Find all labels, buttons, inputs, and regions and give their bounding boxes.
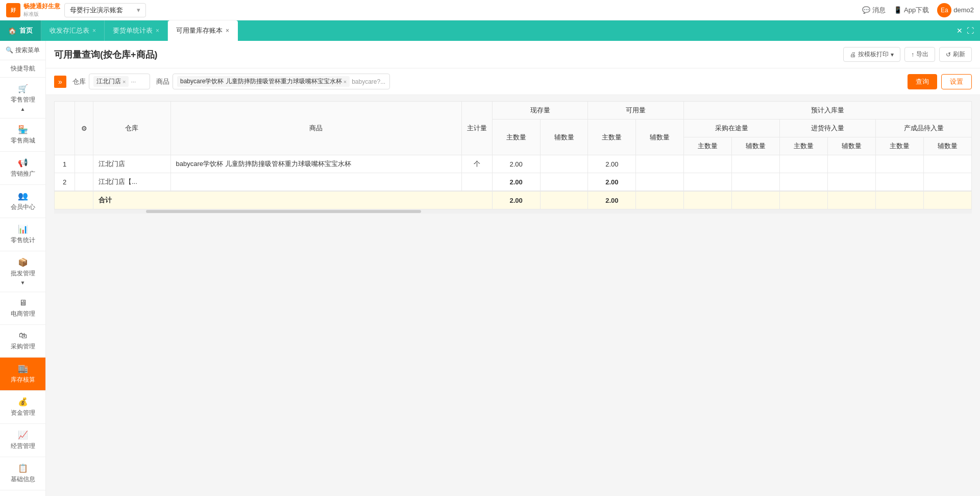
sidebar-item-inventory[interactable]: 🏬 库存核算 — [0, 358, 45, 391]
product-tag-1: babycare学饮杯 儿童防摔防撞吸管杯重力球吸嘴杯宝宝水杯 × — [177, 76, 350, 87]
retail-icon: 🛒 — [18, 84, 28, 93]
tab-orders[interactable]: 要货单统计表 × — [105, 20, 168, 41]
content-area: 可用量查询(按仓库+商品) 🖨 按模板打印 ▾ ↑ 导出 ↺ 刷新 — [46, 41, 980, 496]
expand-icon[interactable]: ⛶ — [967, 27, 974, 35]
industry-selector[interactable]: 母婴行业演示账套 ▾ — [64, 3, 146, 17]
cell-purchase-main-1 — [684, 155, 732, 173]
dropdown-arrow: ▾ — [891, 51, 894, 58]
product-filter: 商品 babycare学饮杯 儿童防摔防撞吸管杯重力球吸嘴杯宝宝水杯 × bab… — [156, 74, 390, 89]
sidebar-item-wholesale[interactable]: 📦 批发管理 ▼ — [0, 251, 45, 292]
message-button[interactable]: 💬 消息 — [862, 6, 886, 15]
cell-gear-1 — [75, 155, 93, 173]
warehouse-more[interactable]: ··· — [131, 78, 136, 85]
sidebar-item-marketing[interactable]: 📢 营销推广 — [0, 152, 45, 185]
tab-close-orders[interactable]: × — [156, 27, 159, 34]
arrow-icon-2: ▼ — [20, 280, 26, 286]
cell-purchase-aux-1 — [732, 155, 780, 173]
total-production-main — [876, 191, 924, 209]
data-table: ⚙ 仓库 商品 主计量 现存量 可用量 预计入库量 主数量 辅数量 主数量 辅数… — [54, 101, 972, 209]
user-menu[interactable]: Ea demo2 — [937, 3, 974, 17]
table-row: 1 江北门店 babycare学饮杯 儿童防摔防撞吸管杯重力球吸嘴杯宝宝水杯 个… — [55, 155, 972, 173]
gear-icon[interactable]: ⚙ — [81, 125, 87, 132]
th-production-group: 产成品待入量 — [876, 120, 972, 137]
table-scroll-thumb[interactable] — [146, 210, 421, 213]
sidebar-item-finance[interactable]: 💰 资金管理 — [0, 391, 45, 424]
th-purchase-main: 主数量 — [684, 137, 732, 155]
finance-icon: 💰 — [18, 397, 28, 407]
cell-production-aux-2 — [923, 173, 971, 192]
sidebar-item-retail[interactable]: 🛒 零售管理 ▲ — [0, 78, 45, 119]
total-incoming-main — [780, 191, 828, 209]
tab-close-receipts[interactable]: × — [92, 27, 96, 34]
avatar: Ea — [937, 3, 951, 17]
cell-available-aux-2 — [636, 173, 684, 192]
dropdown-icon: ▾ — [137, 6, 140, 14]
th-stock-group: 现存量 — [492, 102, 588, 120]
total-available-aux — [636, 191, 684, 209]
tab-close-available[interactable]: × — [226, 27, 229, 34]
page-actions: 🖨 按模板打印 ▾ ↑ 导出 ↺ 刷新 — [843, 47, 972, 62]
purchase-icon: 🛍 — [19, 331, 27, 340]
sidebar-item-retail-stats[interactable]: 📊 零售统计 — [0, 218, 45, 251]
total-purchase-aux — [732, 191, 780, 209]
filter-bar: » 仓库 江北门店 × ··· 商品 babycare学饮杯 儿童防摔防撞吸管杯… — [46, 68, 980, 95]
th-stock-main: 主数量 — [492, 120, 540, 155]
close-tab-icon[interactable]: ✕ — [957, 27, 963, 35]
th-unit: 主计量 — [461, 102, 492, 155]
refresh-button[interactable]: ↺ 刷新 — [939, 47, 972, 62]
home-icon: 🏠 — [8, 27, 16, 35]
sidebar-item-operations[interactable]: 📈 经营管理 — [0, 424, 45, 457]
settings-button[interactable]: 设置 — [941, 74, 972, 89]
print-icon: 🖨 — [850, 51, 856, 58]
search-icon: 🔍 — [6, 46, 13, 54]
basic-icon: 📋 — [18, 463, 28, 473]
cell-warehouse-2: 江北门店【... — [93, 173, 171, 192]
sidebar-item-purchase[interactable]: 🛍 采购管理 — [0, 325, 45, 358]
message-icon: 💬 — [862, 6, 870, 14]
members-icon: 👥 — [18, 191, 28, 201]
logo-text: 畅捷通好生意 标准版 — [23, 2, 60, 18]
warehouse-tag-container[interactable]: 江北门店 × ··· — [89, 74, 150, 89]
phone-icon: 📱 — [894, 6, 902, 14]
tab-receipts[interactable]: 收发存汇总表 × — [41, 20, 105, 41]
product-tag-container[interactable]: babycare学饮杯 儿童防摔防撞吸管杯重力球吸嘴杯宝宝水杯 × babyca… — [173, 74, 390, 89]
export-button[interactable]: ↑ 导出 — [904, 47, 935, 62]
print-button[interactable]: 🖨 按模板打印 ▾ — [843, 47, 900, 62]
sidebar-item-ecommerce[interactable]: 🖥 电商管理 — [0, 292, 45, 325]
page-title: 可用量查询(按仓库+商品) — [54, 49, 158, 61]
sidebar-item-system[interactable]: ⚙ 系统管理 — [0, 490, 45, 496]
cell-stock-main-1: 2.00 — [492, 155, 540, 173]
cell-warehouse-1: 江北门店 — [93, 155, 171, 173]
filter-actions: 查询 设置 — [908, 74, 972, 89]
cell-product-2 — [170, 173, 461, 192]
logo-icon: 好 — [6, 3, 20, 17]
filter-toggle[interactable]: » — [54, 76, 66, 88]
th-purchase-group: 采购在途量 — [684, 120, 780, 137]
warehouse-tag-1: 江北门店 × — [93, 76, 129, 87]
sidebar-item-members[interactable]: 👥 会员中心 — [0, 185, 45, 218]
query-button[interactable]: 查询 — [908, 74, 937, 89]
sidebar-item-retail-shop[interactable]: 🏪 零售商城 — [0, 119, 45, 152]
ecommerce-icon: 🖥 — [19, 298, 27, 308]
cell-production-main-1 — [876, 155, 924, 173]
sidebar-quick-nav[interactable]: 快捷导航 — [0, 60, 45, 78]
cell-index-1: 1 — [55, 155, 75, 173]
tab-available[interactable]: 可用量库存账本 × — [168, 20, 238, 41]
table-scrollbar[interactable] — [54, 209, 972, 214]
th-production-main: 主数量 — [876, 137, 924, 155]
sidebar-item-basic[interactable]: 📋 基础信息 — [0, 457, 45, 490]
th-product: 商品 — [170, 102, 461, 155]
logo-area: 好 畅捷通好生意 标准版 — [6, 2, 60, 18]
th-available-main: 主数量 — [588, 120, 636, 155]
product-tag-close-1[interactable]: × — [344, 79, 347, 85]
cell-purchase-aux-2 — [732, 173, 780, 192]
sidebar-search[interactable]: 🔍 搜索菜单 — [0, 41, 45, 60]
shop-icon: 🏪 — [18, 125, 28, 134]
inventory-icon: 🏬 — [18, 364, 28, 373]
cell-available-main-2: 2.00 — [588, 173, 636, 192]
tab-home[interactable]: 🏠 首页 — [0, 20, 41, 41]
th-available-aux: 辅数量 — [636, 120, 684, 155]
cell-stock-main-2: 2.00 — [492, 173, 540, 192]
app-download-button[interactable]: 📱 App下载 — [894, 6, 929, 15]
warehouse-tag-close-1[interactable]: × — [122, 79, 126, 85]
